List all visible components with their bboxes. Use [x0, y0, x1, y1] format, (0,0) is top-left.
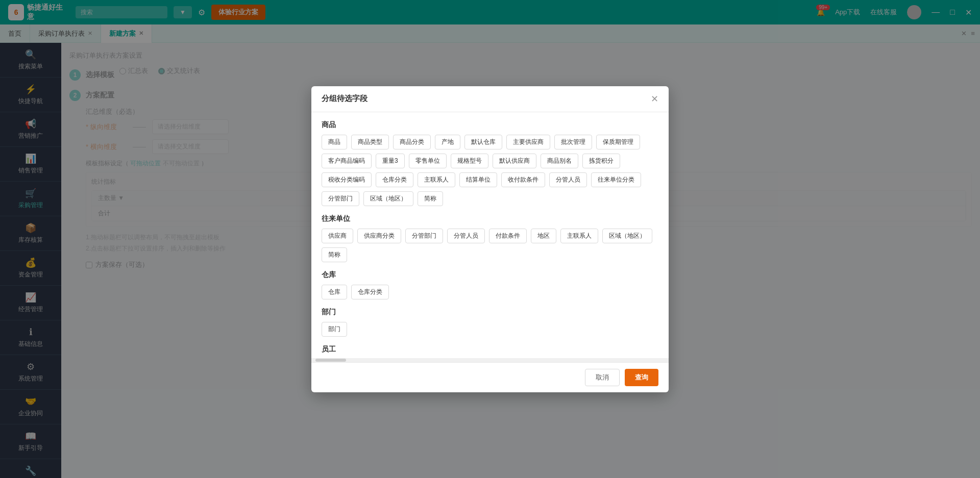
- section-warehouse-chips: 仓库 仓库分类: [322, 285, 658, 299]
- chip-goods-21[interactable]: 往来单位分类: [591, 172, 641, 187]
- confirm-button[interactable]: 查询: [625, 369, 658, 386]
- chip-goods-1[interactable]: 商品类型: [351, 135, 389, 149]
- chip-goods-5[interactable]: 主要供应商: [506, 135, 550, 149]
- chip-goods-17[interactable]: 主联系人: [418, 172, 455, 187]
- chip-goods-12[interactable]: 默认供应商: [493, 154, 536, 168]
- chip-goods-15[interactable]: 税收分类编码: [322, 172, 372, 187]
- chip-warehouse-0[interactable]: 仓库: [322, 285, 347, 299]
- field-selection-modal: 分组待选字段 ✕ 商品 商品 商品类型 商品分类 产地 默认仓库 主要供应商 批…: [311, 86, 669, 392]
- modal-body[interactable]: 商品 商品 商品类型 商品分类 产地 默认仓库 主要供应商 批次管理 保质期管理…: [311, 112, 669, 359]
- chip-goods-3[interactable]: 产地: [435, 135, 460, 149]
- chip-partner-2[interactable]: 分管部门: [405, 229, 443, 243]
- section-partner: 往来单位 供应商 供应商分类 分管部门 分管人员 付款条件 地区 主联系人 区域…: [322, 214, 658, 262]
- chip-goods-8[interactable]: 客户商品编码: [322, 154, 372, 168]
- chip-goods-10[interactable]: 零售单位: [409, 154, 447, 168]
- section-warehouse-title: 仓库: [322, 270, 658, 280]
- modal-close-button[interactable]: ✕: [651, 93, 658, 105]
- hscroll-thumb[interactable]: [315, 359, 346, 362]
- chip-partner-3[interactable]: 分管人员: [447, 229, 485, 243]
- chip-goods-22[interactable]: 分管部门: [322, 191, 359, 206]
- chip-goods-19[interactable]: 收付款条件: [501, 172, 545, 187]
- chip-partner-6[interactable]: 主联系人: [560, 229, 598, 243]
- chip-goods-18[interactable]: 结算单位: [459, 172, 497, 187]
- section-dept-title: 部门: [322, 308, 658, 317]
- section-partner-title: 往来单位: [322, 214, 658, 223]
- chip-goods-11[interactable]: 规格型号: [451, 154, 488, 168]
- chip-goods-20[interactable]: 分管人员: [549, 172, 587, 187]
- modal-title: 分组待选字段: [322, 94, 368, 104]
- chip-goods-0[interactable]: 商品: [322, 135, 347, 149]
- chip-goods-23[interactable]: 区域（地区）: [363, 191, 413, 206]
- chip-goods-4[interactable]: 默认仓库: [464, 135, 502, 149]
- modal-hscroll[interactable]: [311, 358, 669, 362]
- chip-warehouse-1[interactable]: 仓库分类: [351, 285, 389, 299]
- section-goods: 商品 商品 商品类型 商品分类 产地 默认仓库 主要供应商 批次管理 保质期管理…: [322, 120, 658, 206]
- section-dept-chips: 部门: [322, 322, 658, 337]
- chip-partner-1[interactable]: 供应商分类: [357, 229, 401, 243]
- chip-partner-0[interactable]: 供应商: [322, 229, 353, 243]
- chip-goods-14[interactable]: 拣货积分: [582, 154, 620, 168]
- chip-partner-5[interactable]: 地区: [531, 229, 556, 243]
- section-partner-chips: 供应商 供应商分类 分管部门 分管人员 付款条件 地区 主联系人 区域（地区） …: [322, 229, 658, 262]
- chip-goods-2[interactable]: 商品分类: [393, 135, 431, 149]
- chip-goods-13[interactable]: 商品别名: [541, 154, 578, 168]
- modal-header: 分组待选字段 ✕: [311, 86, 669, 112]
- chip-goods-24[interactable]: 简称: [418, 191, 443, 206]
- cancel-button[interactable]: 取消: [585, 369, 620, 386]
- modal-footer: 取消 查询: [311, 362, 669, 392]
- section-employee-title: 员工: [322, 345, 658, 354]
- chip-goods-7[interactable]: 保质期管理: [596, 135, 640, 149]
- section-dept: 部门 部门: [322, 308, 658, 337]
- section-employee: 员工 业务员: [322, 345, 658, 359]
- chip-dept-0[interactable]: 部门: [322, 322, 347, 337]
- chip-partner-8[interactable]: 简称: [322, 247, 347, 262]
- chip-goods-6[interactable]: 批次管理: [554, 135, 592, 149]
- section-goods-chips: 商品 商品类型 商品分类 产地 默认仓库 主要供应商 批次管理 保质期管理 客户…: [322, 135, 658, 206]
- chip-partner-7[interactable]: 区域（地区）: [602, 229, 652, 243]
- chip-goods-16[interactable]: 仓库分类: [376, 172, 413, 187]
- section-goods-title: 商品: [322, 120, 658, 130]
- section-warehouse: 仓库 仓库 仓库分类: [322, 270, 658, 299]
- chip-partner-4[interactable]: 付款条件: [489, 229, 527, 243]
- chip-goods-9[interactable]: 重量3: [376, 154, 405, 168]
